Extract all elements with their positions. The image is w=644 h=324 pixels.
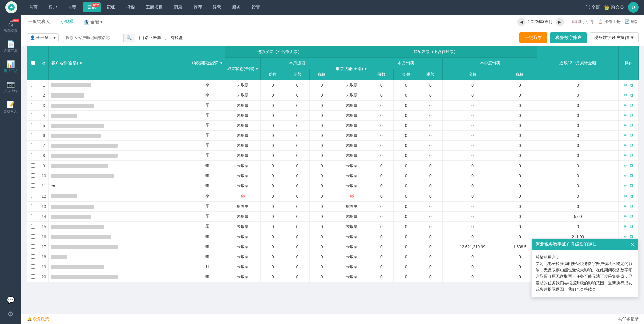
next-month-button[interactable]: ▶ bbox=[556, 18, 564, 26]
row-checkbox[interactable] bbox=[27, 151, 39, 161]
row-checkbox[interactable] bbox=[27, 252, 39, 262]
row-checkbox[interactable] bbox=[27, 141, 39, 151]
employee-select[interactable]: 👤 全部员工 ▾ bbox=[27, 33, 59, 42]
sidebar-item-settings[interactable]: ⚙ bbox=[5, 307, 16, 321]
nav-manage[interactable]: 管理 bbox=[189, 2, 207, 12]
copy-button[interactable]: ⧉ bbox=[630, 92, 633, 98]
copy-button[interactable]: ⧉ bbox=[630, 193, 633, 199]
nav-home[interactable]: 首页 bbox=[24, 2, 42, 12]
tax-policy-link[interactable]: 🔔 税务政策 bbox=[27, 316, 49, 322]
row-checkbox[interactable] bbox=[27, 171, 39, 181]
row-checkbox[interactable] bbox=[27, 212, 39, 222]
edit-button[interactable]: ✏ bbox=[624, 193, 628, 199]
copy-button[interactable]: ⧉ bbox=[630, 224, 633, 229]
filter-out-status-icon[interactable]: ▼ bbox=[364, 67, 367, 71]
tax-digital-account-button[interactable]: 税务数字账户 bbox=[550, 32, 587, 43]
row-checkbox[interactable] bbox=[27, 80, 39, 90]
edit-button[interactable]: ✏ bbox=[624, 133, 628, 138]
sidebar-item-scan[interactable]: 📷 扫描上传 bbox=[0, 77, 21, 96]
qtr-amount-cell: 0 bbox=[443, 232, 502, 242]
edit-button[interactable]: ✏ bbox=[624, 82, 628, 88]
filter-period-icon[interactable]: ▼ bbox=[220, 61, 223, 65]
copy-button[interactable]: ⧉ bbox=[630, 143, 633, 148]
vip-button[interactable]: 👑 购会员 bbox=[604, 4, 624, 10]
copy-button[interactable]: ⧉ bbox=[630, 153, 633, 158]
edit-button[interactable]: ✏ bbox=[624, 214, 628, 219]
checkbox-account[interactable]: 名下帐套 bbox=[139, 35, 161, 41]
copy-button[interactable]: ⧉ bbox=[630, 113, 633, 118]
tab-general-taxpayer[interactable]: 一般纳税人 bbox=[27, 15, 51, 29]
filter-customer-icon[interactable]: ▼ bbox=[79, 61, 83, 65]
in-count-cell: 0 bbox=[260, 171, 285, 181]
sidebar-item-smart-ticket[interactable]: 🖨 智能取票 new bbox=[0, 17, 21, 36]
edit-button[interactable]: ✏ bbox=[624, 153, 628, 158]
row-checkbox[interactable] bbox=[27, 202, 39, 212]
row-checkbox[interactable] bbox=[27, 222, 39, 232]
row-checkbox[interactable] bbox=[27, 272, 39, 282]
copy-button[interactable]: ⧉ bbox=[630, 82, 633, 88]
row-checkbox[interactable] bbox=[27, 161, 39, 171]
edit-button[interactable]: ✏ bbox=[624, 113, 628, 118]
edit-button[interactable]: ✏ bbox=[624, 163, 628, 168]
nav-business[interactable]: 工商项目 bbox=[141, 2, 168, 12]
row-checkbox[interactable] bbox=[27, 131, 39, 141]
copy-button[interactable]: ⧉ bbox=[630, 133, 633, 138]
search-button[interactable]: 🔍 bbox=[123, 34, 135, 42]
edit-button[interactable]: ✏ bbox=[624, 173, 628, 178]
sidebar-item-chat[interactable]: 💬 bbox=[5, 293, 16, 307]
settings-col-icon[interactable]: ⚙ bbox=[42, 61, 46, 66]
nav-ticket[interactable]: 票据 new bbox=[83, 2, 101, 12]
row-checkbox[interactable] bbox=[27, 232, 39, 242]
tab-small-scale[interactable]: 小规模 bbox=[59, 15, 75, 29]
user-avatar[interactable]: U bbox=[628, 2, 639, 13]
nav-tax[interactable]: 报税 bbox=[121, 2, 140, 12]
one-key-ticket-button[interactable]: 一键取票 bbox=[519, 32, 547, 43]
edit-button[interactable]: ✏ bbox=[624, 143, 628, 148]
prev-month-button[interactable]: ◀ bbox=[517, 18, 525, 26]
filter-in-status-icon[interactable]: ▼ bbox=[255, 67, 258, 71]
edit-button[interactable]: ✏ bbox=[624, 123, 628, 128]
nav-operation[interactable]: 经营 bbox=[208, 2, 226, 12]
row-checkbox[interactable] bbox=[27, 90, 39, 101]
sidebar-item-summary[interactable]: 📊 票据汇总 bbox=[0, 57, 21, 76]
row-checkbox[interactable] bbox=[27, 111, 39, 121]
row-checkbox[interactable] bbox=[27, 262, 39, 272]
nav-bookkeeping[interactable]: 记账 bbox=[102, 2, 120, 12]
edit-button[interactable]: ✏ bbox=[624, 183, 628, 188]
nav-settings[interactable]: 设置 bbox=[247, 2, 265, 12]
fullscreen-button[interactable]: ⛶ 全屏 bbox=[586, 4, 600, 10]
nav-fee[interactable]: 收费 bbox=[63, 2, 81, 12]
copy-button[interactable]: ⧉ bbox=[630, 214, 633, 219]
row-checkbox[interactable] bbox=[27, 191, 39, 202]
copy-button[interactable]: ⧉ bbox=[630, 123, 633, 128]
row-checkbox[interactable] bbox=[27, 181, 39, 191]
copy-button[interactable]: ⧉ bbox=[630, 163, 633, 168]
tab-all[interactable]: 🏦 全能 ▾ bbox=[83, 19, 103, 25]
nav-service[interactable]: 服务 bbox=[227, 2, 246, 12]
edit-button[interactable]: ✏ bbox=[624, 224, 628, 229]
copy-button[interactable]: ⧉ bbox=[630, 183, 633, 188]
sidebar-item-invoice[interactable]: 📄 发票开具 bbox=[0, 37, 21, 56]
manual-button[interactable]: 📋 操作手册 bbox=[598, 19, 620, 25]
tax-digital-account-ops-button[interactable]: 税务数字账户操作 ▼ bbox=[590, 32, 639, 43]
copy-button[interactable]: ⧉ bbox=[630, 103, 633, 108]
sidebar-item-entry[interactable]: 📝 票据录入 bbox=[0, 98, 21, 116]
nav-message[interactable]: 消息 bbox=[169, 2, 187, 12]
checkbox-tax-disk[interactable]: 有税盘 bbox=[165, 35, 183, 41]
search-input[interactable] bbox=[63, 34, 123, 41]
out-tax-cell: 0 bbox=[418, 121, 443, 131]
edit-button[interactable]: ✏ bbox=[624, 204, 628, 209]
guide-button[interactable]: 📖 新手引导 bbox=[572, 19, 594, 25]
edit-button[interactable]: ✏ bbox=[624, 92, 628, 98]
notification-close-button[interactable]: ✕ bbox=[630, 241, 634, 248]
nav-customer[interactable]: 客户 bbox=[44, 2, 62, 12]
refresh-button[interactable]: 🔄 刷新 bbox=[625, 19, 639, 25]
in-status-cell: 未取票 bbox=[225, 242, 260, 252]
edit-button[interactable]: ✏ bbox=[624, 103, 628, 108]
copy-button[interactable]: ⧉ bbox=[630, 204, 633, 209]
copy-button[interactable]: ⧉ bbox=[630, 173, 633, 178]
select-all-checkbox[interactable] bbox=[31, 61, 35, 65]
row-checkbox[interactable] bbox=[27, 101, 39, 111]
row-checkbox[interactable] bbox=[27, 121, 39, 131]
row-checkbox[interactable] bbox=[27, 242, 39, 252]
